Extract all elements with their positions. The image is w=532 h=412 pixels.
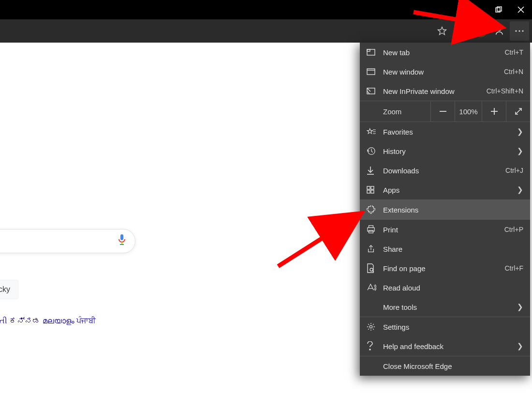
menu-settings[interactable]: Settings (360, 317, 530, 336)
extensions-icon (367, 205, 380, 214)
svg-point-14 (518, 30, 520, 31)
browser-toolbar (0, 19, 532, 43)
svg-marker-30 (367, 129, 372, 134)
svg-marker-5 (438, 27, 446, 35)
window-maximize-button[interactable] (488, 0, 510, 19)
svg-rect-38 (371, 186, 374, 189)
zoom-out-button[interactable] (430, 101, 455, 122)
svg-line-29 (516, 108, 521, 114)
svg-line-25 (367, 91, 369, 94)
menu-favorites[interactable]: Favorites ❯ (360, 122, 530, 141)
menu-read-aloud[interactable]: Read aloud (360, 278, 530, 297)
menu-find-on-page[interactable]: Find on page Ctrl+F (360, 259, 530, 278)
favorites-icon (367, 128, 380, 136)
favorites-list-icon[interactable] (452, 21, 471, 41)
fullscreen-button[interactable] (506, 101, 530, 122)
new-tab-icon (367, 49, 380, 56)
chevron-right-icon: ❯ (517, 185, 523, 194)
chevron-right-icon: ❯ (517, 303, 523, 311)
chevron-right-icon: ❯ (517, 147, 523, 155)
svg-point-49 (369, 349, 370, 350)
svg-rect-21 (367, 69, 375, 75)
svg-rect-37 (367, 186, 370, 189)
share-icon (367, 244, 380, 253)
svg-rect-16 (120, 234, 123, 240)
inprivate-icon (367, 88, 380, 94)
settings-icon (367, 322, 380, 331)
window-close-button[interactable] (510, 0, 532, 19)
svg-marker-6 (457, 27, 462, 33)
svg-point-13 (515, 30, 517, 31)
read-aloud-icon (367, 284, 380, 291)
search-input[interactable] (0, 229, 135, 253)
menu-share[interactable]: Share (360, 239, 530, 259)
svg-rect-41 (369, 226, 373, 228)
history-icon (367, 147, 380, 155)
more-menu-button[interactable] (510, 21, 529, 41)
settings-menu: New tab Ctrl+T New window Ctrl+N New InP… (360, 43, 530, 376)
find-icon (367, 263, 380, 273)
chevron-right-icon: ❯ (517, 342, 523, 351)
apps-icon (367, 186, 380, 194)
mic-icon[interactable] (118, 234, 126, 248)
svg-point-48 (369, 325, 372, 328)
zoom-value: 100% (455, 101, 482, 122)
language-links[interactable]: ગુજરાતી ಕನ್ನಡ മലയാളം ਪੰਜਾਬੀ (0, 317, 96, 325)
svg-rect-20 (367, 49, 370, 51)
help-icon (367, 341, 380, 351)
menu-history[interactable]: History ❯ (360, 141, 530, 161)
menu-zoom-row: Zoom 100% (360, 101, 530, 122)
new-window-icon (367, 68, 380, 75)
svg-point-10 (498, 28, 501, 31)
menu-new-inprivate[interactable]: New InPrivate window Ctrl+Shift+N (360, 81, 530, 101)
profile-switch-icon[interactable] (490, 21, 510, 41)
menu-extensions[interactable]: Extensions (360, 200, 530, 219)
svg-rect-43 (369, 230, 373, 233)
title-bar (0, 0, 532, 19)
menu-new-window[interactable]: New window Ctrl+N (360, 62, 530, 81)
menu-downloads[interactable]: Downloads Ctrl+J (360, 161, 530, 180)
menu-apps[interactable]: Apps ❯ (360, 180, 530, 199)
print-icon (367, 225, 380, 234)
zoom-label: Zoom (360, 101, 430, 122)
profile-avatar[interactable] (474, 25, 487, 37)
chevron-right-icon: ❯ (517, 127, 523, 136)
menu-print[interactable]: Print Ctrl+P (360, 220, 530, 239)
window-minimize-button[interactable] (465, 0, 488, 19)
feeling-lucky-button[interactable]: ng Lucky (0, 280, 18, 299)
menu-help-feedback[interactable]: Help and feedback ❯ (360, 336, 530, 356)
svg-rect-40 (371, 190, 374, 193)
zoom-in-button[interactable] (482, 101, 506, 122)
menu-new-tab[interactable]: New tab Ctrl+T (360, 43, 530, 62)
svg-point-15 (522, 30, 523, 31)
menu-more-tools[interactable]: More tools ❯ (360, 297, 530, 317)
svg-rect-39 (367, 190, 370, 193)
favorite-star-icon[interactable] (432, 21, 452, 41)
menu-close-edge[interactable]: Close Microsoft Edge (360, 356, 530, 376)
svg-rect-19 (367, 49, 375, 55)
svg-line-24 (367, 88, 370, 92)
downloads-icon (367, 166, 380, 175)
